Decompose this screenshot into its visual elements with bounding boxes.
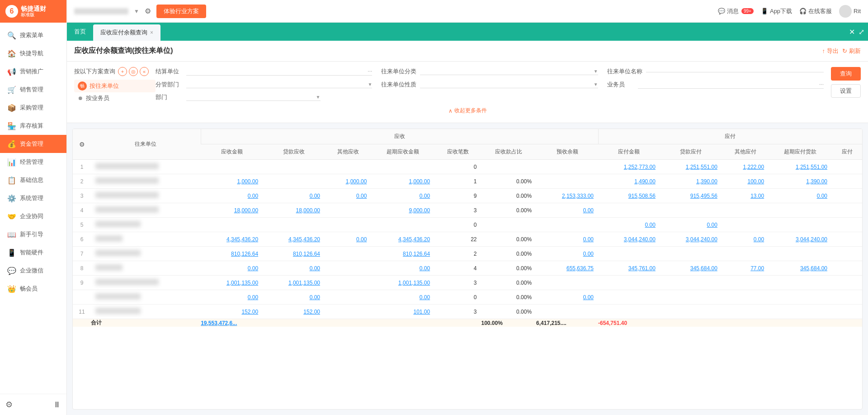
sidebar-item-purchase[interactable]: 📦 采购管理: [0, 99, 66, 117]
member-icon: 👑: [7, 284, 16, 293]
sidebar-item-finance[interactable]: 💰 资金管理: [0, 135, 66, 153]
service-icon: 🎧: [799, 8, 807, 14]
filter-label-dept: 部门: [156, 93, 183, 101]
sidebar-item-device[interactable]: 📱 智能硬件: [0, 243, 66, 262]
message-action[interactable]: 💬 消息 99+: [718, 7, 754, 15]
sidebar-item-guide[interactable]: 📖 新手引导: [0, 225, 66, 243]
sidebar-item-quick-nav[interactable]: 🏠 快捷导航: [0, 44, 66, 62]
th-pay-tail: 应付: [832, 144, 862, 160]
filter-label-partner-category: 往来单位分类: [381, 67, 416, 76]
salesperson-input[interactable]: ···: [638, 80, 824, 89]
footer-overdue-recv: [371, 319, 434, 327]
dept-input[interactable]: ▼: [186, 94, 321, 101]
filter-label-partner-name: 往来单位名称: [607, 67, 642, 76]
sidebar-item-device-label: 智能硬件: [20, 248, 43, 257]
system-icon: ⚙️: [7, 194, 16, 203]
refresh-icon: ↻: [842, 48, 847, 54]
sidebar-item-inventory[interactable]: 🏪 库存核算: [0, 117, 66, 135]
filter-field-settlement: 结算单位 ···: [156, 67, 372, 76]
sidebar-item-sales[interactable]: 🛒 销售管理: [0, 81, 66, 99]
tab-close-window-icon[interactable]: ✕: [849, 28, 855, 36]
sidebar-item-ops[interactable]: 📊 经营管理: [0, 153, 66, 171]
footer-receivable: 19,553,472,6...: [201, 319, 263, 327]
sidebar-item-corp[interactable]: 🤝 企业协同: [0, 207, 66, 225]
tab-bar: 首页 应收应付余额查询 × ✕ ⤢: [67, 23, 868, 41]
filter-option-by-partner[interactable]: 畅 按往来单位: [74, 80, 156, 92]
trial-btn[interactable]: 体验行业方案: [156, 5, 206, 18]
th-other-pay: 其他应付: [722, 144, 769, 160]
filter-fields-row1: 结算单位 ··· 往来单位分类 ▼ 往来单位名称: [156, 67, 824, 76]
search-menu-icon: 🔍: [7, 31, 16, 40]
footer-other-pay: [722, 319, 769, 327]
sidebar-item-search-menu[interactable]: 🔍 搜索菜单: [0, 26, 66, 44]
gear-icon[interactable]: ⚙: [145, 7, 151, 15]
partner-name-input[interactable]: [646, 70, 824, 72]
schema-add-icon[interactable]: +: [118, 67, 127, 76]
schema-collapse-icon[interactable]: «: [140, 67, 149, 76]
th-overdue-pay: 超期应付货款: [769, 144, 832, 160]
guide-icon: 📖: [7, 230, 16, 239]
footer-empty1: [73, 319, 91, 327]
sidebar-item-purchase-label: 采购管理: [20, 104, 43, 112]
settlement-unit-input[interactable]: ···: [186, 67, 372, 76]
refresh-btn[interactable]: ↻ 刷新: [842, 47, 861, 55]
footer-settings-icon[interactable]: ⚙: [5, 400, 13, 410]
logo-title: 畅捷通财: [21, 5, 46, 13]
schema-edit-icon[interactable]: ◎: [129, 67, 138, 76]
table-row: 0.000.000.0000.00%0.00: [73, 290, 862, 305]
header-right: 💬 消息 99+ 📱 App下载 🎧 在线客服 Rit: [718, 5, 861, 18]
logo-number: 6: [10, 7, 14, 15]
table-area: ⚙ 往来单位 应收 应付 应收金额 贷款应收 其他应收 超期应收金额 应收笔数: [67, 123, 868, 415]
app-icon: 📱: [761, 8, 768, 14]
table-row: 91,001,135.001,001,135.001,001,135.0030.…: [73, 276, 862, 290]
footer-prepay: 6,417,215....: [536, 319, 598, 327]
table-container: ⚙ 往来单位 应收 应付 应收金额 贷款应收 其他应收 超期应收金额 应收笔数: [72, 129, 863, 410]
message-icon: 💬: [718, 8, 725, 14]
user-action[interactable]: Rit: [839, 5, 861, 18]
app-download-action[interactable]: 📱 App下载: [761, 7, 792, 15]
sidebar-item-quick-nav-label: 快捷导航: [20, 49, 43, 57]
partner-category-input[interactable]: ▼: [420, 68, 598, 75]
filter-option-by-employee[interactable]: ⏺ 按业务员: [74, 92, 156, 104]
breadcrumb: [74, 8, 128, 14]
sidebar-item-member[interactable]: 👑 畅会员: [0, 280, 66, 298]
sidebar-item-system[interactable]: ⚙️ 系统管理: [0, 189, 66, 207]
th-loan-recv: 贷款应收: [263, 144, 325, 160]
salesperson-dots-icon: ···: [819, 81, 824, 87]
td-partner: [91, 290, 201, 305]
table-row: 418,000.0018,000.009,000.0030.00%0.00: [73, 203, 862, 218]
tab-ar-query[interactable]: 应收应付余额查询 ×: [93, 24, 160, 41]
logo-icon: 6: [5, 5, 18, 18]
sidebar-item-weixin[interactable]: 💬 企业微信: [0, 262, 66, 280]
settlement-dots-icon: ···: [368, 68, 372, 74]
td-partner: [91, 261, 201, 276]
table-row: 80.000.000.0040.00%655,636.75345,761.003…: [73, 261, 862, 276]
query-btn[interactable]: 查询: [831, 67, 861, 81]
main-content: ▼ ⚙ 体验行业方案 💬 消息 99+ 📱 App下载 🎧 在线客服 Rit: [67, 0, 868, 415]
filter-field-partner-name: 往来单位名称: [607, 67, 824, 76]
filter-label-settlement: 结算单位: [156, 67, 183, 76]
filter-label-partner-nature: 往来单位性质: [381, 81, 416, 89]
service-action[interactable]: 🎧 在线客服: [799, 7, 832, 15]
footer-label: 合计: [91, 319, 201, 327]
footer-collapse-icon[interactable]: ⏸: [53, 400, 61, 410]
sales-icon: 🛒: [7, 85, 16, 94]
collapse-btn[interactable]: ∧ 收起更多条件: [74, 104, 861, 117]
tab-ar-query-label: 应收应付余额查询: [100, 29, 147, 37]
tab-expand-icon[interactable]: ⤢: [859, 28, 864, 36]
tab-close-icon[interactable]: ×: [150, 29, 153, 36]
partner-nature-input[interactable]: ▼: [420, 81, 598, 88]
managing-dept-input[interactable]: ▼: [186, 81, 372, 88]
export-btn[interactable]: ↑ 导出: [822, 47, 839, 55]
setting-btn[interactable]: 设置: [831, 84, 861, 98]
tab-home[interactable]: 首页: [67, 23, 93, 41]
th-loan-pay: 贷款应付: [660, 144, 722, 160]
sidebar-item-marketing[interactable]: 📢 营销推广: [0, 62, 66, 81]
footer-overdue-pay: [769, 319, 832, 327]
filter-label-managing-dept: 分管部门: [156, 81, 183, 89]
table-settings-gear-icon[interactable]: ⚙: [79, 141, 85, 148]
td-partner: [91, 160, 201, 174]
sidebar-item-base[interactable]: 📋 基础信息: [0, 171, 66, 189]
sidebar-item-corp-label: 企业协同: [20, 212, 43, 220]
filter-label-salesperson: 业务员: [607, 81, 634, 89]
